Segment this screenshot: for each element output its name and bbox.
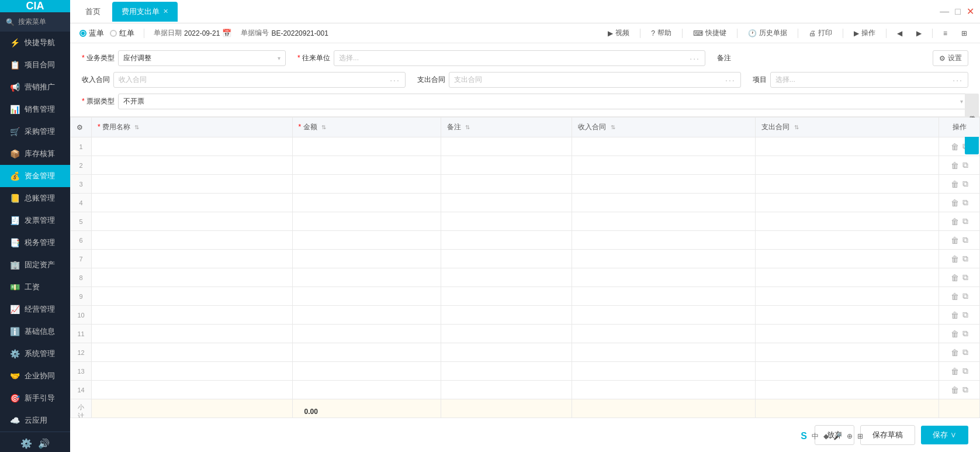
maximize-button[interactable]: □	[955, 6, 961, 17]
income-contract-cell[interactable]	[572, 325, 756, 343]
sidebar-item-purchase[interactable]: 🛒 采购管理	[0, 120, 70, 143]
remark-cell[interactable]	[441, 194, 572, 212]
invoice-type-input[interactable]: 不开票 ▾	[118, 94, 968, 109]
income-contract-cell[interactable]	[572, 287, 756, 306]
radio-red[interactable]: 红单	[110, 28, 134, 39]
expense-name-cell[interactable]	[92, 287, 293, 306]
calendar-icon[interactable]: 📅	[222, 29, 231, 37]
income-contract-cell[interactable]	[572, 381, 756, 399]
expense-contract-cell[interactable]	[756, 250, 939, 268]
amount-cell[interactable]	[292, 175, 441, 194]
remark-cell[interactable]	[441, 156, 572, 175]
remark-cell[interactable]	[441, 175, 572, 194]
close-button[interactable]: ✕	[967, 6, 974, 17]
remark-cell[interactable]	[441, 325, 572, 343]
delete-icon[interactable]: 🗑	[951, 292, 959, 301]
copy-icon[interactable]: ⧉	[962, 385, 968, 395]
sidebar-item-project-contract[interactable]: 📋 项目合同	[0, 54, 70, 76]
income-contract-cell[interactable]	[572, 306, 756, 325]
sidebar-item-sales[interactable]: 📊 销售管理	[0, 98, 70, 120]
expense-name-cell[interactable]	[92, 231, 293, 250]
remark-cell[interactable]	[441, 381, 572, 399]
settings-icon[interactable]: ⚙️	[20, 438, 32, 449]
expense-contract-cell[interactable]	[756, 287, 939, 306]
th-gear[interactable]: ⚙	[71, 118, 92, 137]
amount-cell[interactable]	[292, 250, 441, 268]
delete-icon[interactable]: 🗑	[951, 310, 959, 320]
delete-icon[interactable]: 🗑	[951, 385, 959, 395]
expense-contract-cell[interactable]	[756, 212, 939, 231]
amount-cell[interactable]	[292, 194, 441, 212]
income-contract-cell[interactable]	[572, 212, 756, 231]
tab-close-icon[interactable]: ✕	[163, 8, 168, 15]
expense-contract-cell[interactable]	[756, 306, 939, 325]
help-button[interactable]: ? 帮助	[647, 27, 675, 39]
sidebar-item-invoice[interactable]: 🧾 发票管理	[0, 209, 70, 232]
expense-contract-cell[interactable]	[756, 325, 939, 343]
income-contract-cell[interactable]	[572, 250, 756, 268]
sort-icon[interactable]: ⇅	[134, 124, 139, 130]
expense-name-cell[interactable]	[92, 362, 293, 381]
income-contract-cell[interactable]	[572, 362, 756, 381]
video-button[interactable]: ▶ 视频	[604, 27, 633, 39]
amount-cell[interactable]	[292, 231, 441, 250]
sort-icon2[interactable]: ⇅	[321, 124, 326, 130]
tab-home[interactable]: 首页	[76, 2, 110, 22]
copy-icon[interactable]: ⧉	[962, 179, 968, 189]
copy-icon[interactable]: ⧉	[962, 366, 968, 376]
expense-name-cell[interactable]	[92, 268, 293, 287]
delete-icon[interactable]: 🗑	[951, 198, 959, 208]
expense-contract-cell[interactable]	[756, 268, 939, 287]
delete-icon[interactable]: 🗑	[951, 273, 959, 282]
tab-expense[interactable]: 费用支出单 ✕	[112, 2, 178, 22]
expense-name-cell[interactable]	[92, 137, 293, 156]
delete-icon[interactable]: 🗑	[951, 329, 959, 339]
amount-cell[interactable]	[292, 212, 441, 231]
sort-icon3[interactable]: ⇅	[465, 124, 470, 130]
sidebar-item-cloud[interactable]: ☁️ 云应用	[0, 409, 70, 432]
expense-name-cell[interactable]	[92, 156, 293, 175]
expense-contract-cell[interactable]	[756, 231, 939, 250]
income-contract-cell[interactable]	[572, 175, 756, 194]
amount-cell[interactable]	[292, 362, 441, 381]
setting-button[interactable]: ⚙ 设置	[933, 50, 968, 66]
project-input[interactable]: 选择... ···	[770, 72, 968, 88]
expense-name-cell[interactable]	[92, 381, 293, 399]
sidebar-item-system[interactable]: ⚙️ 系统管理	[0, 343, 70, 365]
sidebar-item-quick-nav[interactable]: ⚡ 快捷导航	[0, 32, 70, 54]
amount-cell[interactable]	[292, 268, 441, 287]
delete-icon[interactable]: 🗑	[951, 367, 959, 376]
remark-cell[interactable]	[441, 212, 572, 231]
sidebar-item-capital[interactable]: 💰 资金管理	[0, 165, 70, 187]
remark-cell[interactable]	[441, 306, 572, 325]
delete-icon[interactable]: 🗑	[951, 180, 959, 189]
income-contract-cell[interactable]	[572, 268, 756, 287]
income-contract-cell[interactable]	[572, 231, 756, 250]
volume-icon[interactable]: 🔊	[38, 438, 50, 449]
nav-next-button[interactable]: ▶	[913, 28, 925, 39]
sort-icon5[interactable]: ⇅	[794, 124, 799, 130]
nav-prev-button[interactable]: ◀	[894, 28, 906, 39]
remark-cell[interactable]	[441, 343, 572, 362]
radio-blue[interactable]: 蓝单	[79, 28, 104, 39]
income-contract-cell[interactable]	[572, 194, 756, 212]
copy-icon[interactable]: ⧉	[962, 216, 968, 226]
income-contract-cell[interactable]	[572, 343, 756, 362]
copy-icon[interactable]: ⧉	[962, 254, 968, 264]
expense-name-cell[interactable]	[92, 175, 293, 194]
amount-cell[interactable]	[292, 306, 441, 325]
remark-cell[interactable]	[441, 268, 572, 287]
remark-cell[interactable]	[441, 362, 572, 381]
draft-button[interactable]: 保存草稿	[860, 425, 915, 445]
expense-contract-cell[interactable]	[756, 381, 939, 399]
amount-cell[interactable]	[292, 287, 441, 306]
copy-icon[interactable]: ⧉	[962, 291, 968, 301]
copy-icon[interactable]: ⧉	[962, 198, 968, 208]
delete-icon[interactable]: 🗑	[951, 161, 959, 170]
amount-cell[interactable]	[292, 156, 441, 175]
expense-name-cell[interactable]	[92, 212, 293, 231]
amount-cell[interactable]	[292, 137, 441, 156]
income-contract-cell[interactable]	[572, 137, 756, 156]
sidebar-item-marketing[interactable]: 📢 营销推广	[0, 76, 70, 98]
expense-name-cell[interactable]	[92, 250, 293, 268]
